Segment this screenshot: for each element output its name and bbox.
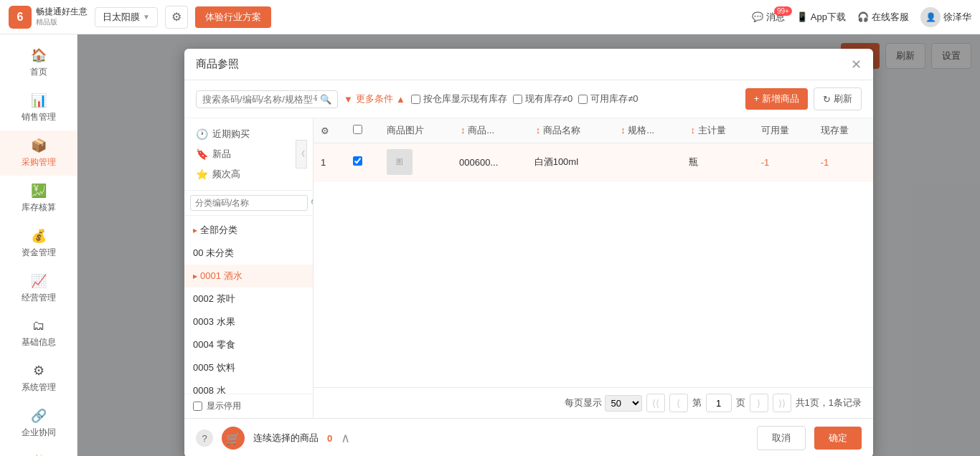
cat-item-liquor[interactable]: ▶ 0001 酒水 bbox=[184, 265, 313, 288]
warehouse-stock-checkbox[interactable]: 按仓库显示现有库存 bbox=[411, 92, 507, 105]
confirm-button[interactable]: 确定 bbox=[814, 427, 862, 450]
modal-footer: ? 🛒 连续选择的商品 0 ∧ 取消 确定 bbox=[184, 418, 873, 456]
logo-sub: 精品版 bbox=[36, 17, 88, 27]
user-area[interactable]: 👤 徐泽华 bbox=[920, 7, 971, 27]
sidebar-item-sales[interactable]: 📊 销售管理 bbox=[0, 85, 77, 130]
cart-icon[interactable]: 🛒 bbox=[222, 427, 245, 450]
page-size-dropdown[interactable]: 20 50 100 bbox=[605, 395, 642, 412]
cat-item-beverage[interactable]: 0005 饮料 bbox=[184, 356, 313, 379]
sidebar-item-home[interactable]: 🏠 首页 bbox=[0, 40, 77, 85]
quick-new-item[interactable]: 🔖 新品 bbox=[190, 144, 296, 164]
sidebar-label-operations: 经营管理 bbox=[22, 292, 56, 304]
product-table-area: ⚙ 商品图片 ↕ 商品... ↕ 商品名称 bbox=[314, 118, 873, 418]
search-input[interactable] bbox=[202, 94, 317, 105]
row-code: 000600... bbox=[452, 143, 527, 181]
add-product-button[interactable]: + 新增商品 bbox=[745, 88, 808, 110]
sales-icon: 📊 bbox=[31, 92, 47, 108]
settings-icon[interactable]: ⚙ bbox=[165, 6, 188, 29]
cart-label: 连续选择的商品 bbox=[253, 432, 319, 445]
modal-toolbar: 🔍 ▼ 更多条件 ▲ 按仓库显示现有库存 现有库存≠0 bbox=[184, 80, 873, 118]
sidebar: 🏠 首页 📊 销售管理 📦 采购管理 💹 库存核算 💰 资金管理 📈 经营管理 … bbox=[0, 34, 77, 456]
row-available: -1 bbox=[754, 143, 814, 181]
inventory-icon: 💹 bbox=[31, 183, 47, 199]
collab-icon: 🔗 bbox=[31, 408, 47, 424]
sidebar-label-finance: 资金管理 bbox=[22, 247, 56, 259]
page-info: 共1页，1条记录 bbox=[796, 396, 862, 409]
message-icon: 💬 bbox=[752, 11, 763, 22]
category-search-area: 🔍 bbox=[184, 191, 313, 216]
col-unit[interactable]: ↕ 主计量 bbox=[682, 118, 753, 143]
sidebar-item-purchase[interactable]: 📦 采购管理 bbox=[0, 130, 77, 176]
search-box: 🔍 bbox=[196, 90, 338, 108]
finance-icon: 💰 bbox=[31, 228, 47, 244]
logo: 6 畅捷通好生意 精品版 bbox=[9, 6, 88, 29]
show-disabled-area: 显示停用 bbox=[184, 394, 313, 418]
sidebar-label-home: 首页 bbox=[30, 66, 47, 78]
row-unit: 瓶 bbox=[682, 143, 753, 181]
sidebar-item-info[interactable]: 🗂 基础信息 bbox=[0, 311, 77, 356]
cat-item-uncategorized[interactable]: 00 未分类 bbox=[184, 242, 313, 265]
cart-count: 0 bbox=[327, 433, 332, 444]
col-spec[interactable]: ↕ 规格... bbox=[612, 118, 682, 143]
sidebar-label-purchase: 采购管理 bbox=[22, 156, 56, 168]
help-icon[interactable]: ? bbox=[196, 429, 213, 447]
category-search-input[interactable] bbox=[190, 195, 308, 211]
col-settings[interactable]: ⚙ bbox=[314, 118, 346, 143]
clock-icon: 🕐 bbox=[196, 128, 208, 140]
app-download-item[interactable]: 📱 App下载 bbox=[796, 11, 846, 24]
quick-frequent-item[interactable]: ⭐ 频次高 bbox=[190, 164, 296, 184]
collapse-panel-button[interactable]: 《 bbox=[296, 140, 307, 168]
show-disabled-checkbox[interactable] bbox=[193, 402, 202, 411]
sidebar-item-operations[interactable]: 📈 经营管理 bbox=[0, 266, 77, 311]
cancel-button[interactable]: 取消 bbox=[757, 426, 806, 450]
message-nav-item[interactable]: 💬 消息 99+ bbox=[752, 11, 785, 24]
sidebar-item-inventory[interactable]: 💹 库存核算 bbox=[0, 176, 77, 221]
first-page-button[interactable]: ⟨⟨ bbox=[646, 394, 665, 412]
sort-icon2: ↕ bbox=[536, 125, 541, 136]
table-row[interactable]: 1 图 000600... 白酒100ml 瓶 bbox=[314, 143, 873, 181]
nav-selector[interactable]: 日太阳膜 ▼ bbox=[95, 7, 158, 27]
search-icon[interactable]: 🔍 bbox=[320, 94, 331, 105]
logo-text: 畅捷通好生意 bbox=[36, 6, 88, 18]
guide-icon: ✨ bbox=[31, 453, 47, 456]
col-image: 商品图片 bbox=[380, 118, 452, 143]
collapse-cart-icon[interactable]: ∧ bbox=[341, 430, 350, 446]
cat-item-snack[interactable]: 0004 零食 bbox=[184, 333, 313, 356]
cat-item-water[interactable]: 0008 水 bbox=[184, 379, 313, 394]
arrow-right-icon: ▶ bbox=[193, 227, 197, 234]
trial-button[interactable]: 体验行业方案 bbox=[195, 6, 271, 28]
close-icon[interactable]: ✕ bbox=[851, 58, 862, 71]
quick-recent-item[interactable]: 🕐 近期购买 bbox=[190, 124, 296, 144]
sidebar-item-collab[interactable]: 🔗 企业协同 bbox=[0, 401, 77, 446]
online-service-item[interactable]: 🎧 在线客服 bbox=[857, 11, 909, 24]
next-page-button[interactable]: ⟩ bbox=[750, 394, 768, 412]
col-code[interactable]: ↕ 商品... bbox=[452, 118, 527, 143]
usable-stock-checkbox[interactable]: 可用库存≠0 bbox=[578, 92, 638, 105]
row-name: 白酒100ml bbox=[527, 143, 613, 181]
col-checkbox[interactable] bbox=[346, 118, 380, 143]
cat-item-all[interactable]: ▶ 全部分类 bbox=[184, 219, 313, 242]
last-page-button[interactable]: ⟩⟩ bbox=[773, 394, 791, 412]
prev-page-button[interactable]: ⟨ bbox=[669, 394, 688, 412]
page-size-select: 每页显示 20 50 100 bbox=[565, 395, 642, 412]
page-number-input[interactable] bbox=[706, 394, 732, 412]
filter-button[interactable]: ▼ 更多条件 ▲ bbox=[344, 92, 405, 105]
filter-icon: ▼ bbox=[344, 94, 353, 105]
sidebar-item-guide[interactable]: ✨ 新手引导 bbox=[0, 446, 77, 456]
purchase-icon: 📦 bbox=[31, 138, 47, 153]
modal-overlay: 商品参照 ✕ 🔍 ▼ 更多条件 ▲ 按仓 bbox=[77, 34, 980, 456]
chevron-up-icon: ▲ bbox=[396, 94, 405, 105]
sidebar-item-system[interactable]: ⚙ 系统管理 bbox=[0, 356, 77, 401]
available-stock-checkbox[interactable]: 现有库存≠0 bbox=[513, 92, 573, 105]
cat-item-tea[interactable]: 0002 茶叶 bbox=[184, 288, 313, 310]
arrow-right-active-icon: ▶ bbox=[193, 273, 197, 280]
operations-icon: 📈 bbox=[31, 273, 47, 289]
refresh-modal-button[interactable]: ↻ 刷新 bbox=[814, 87, 862, 110]
new-icon: 🔖 bbox=[196, 148, 208, 160]
category-list: ▶ 全部分类 00 未分类 ▶ 0001 酒水 0002 茶 bbox=[184, 216, 313, 394]
col-name[interactable]: ↕ 商品名称 bbox=[527, 118, 613, 143]
row-checkbox[interactable] bbox=[346, 143, 380, 181]
table-container: ⚙ 商品图片 ↕ 商品... ↕ 商品名称 bbox=[314, 118, 873, 387]
cat-item-fruit[interactable]: 0003 水果 bbox=[184, 310, 313, 333]
sidebar-item-finance[interactable]: 💰 资金管理 bbox=[0, 221, 77, 266]
